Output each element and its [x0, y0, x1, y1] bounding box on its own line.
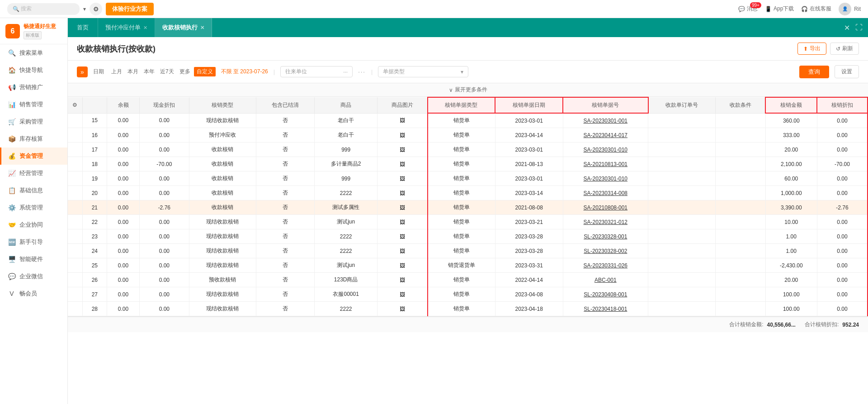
- th-writeoff-amount: 核销金额: [765, 97, 817, 113]
- tab-home[interactable]: 首页: [68, 18, 98, 37]
- custom-btn[interactable]: 自定义: [194, 67, 216, 76]
- refresh-button[interactable]: ↺ 刷新: [830, 43, 859, 55]
- table-cell[interactable]: SA-20210813-001: [563, 157, 648, 171]
- sidebar-item-basic[interactable]: 📋 基础信息: [0, 182, 67, 199]
- tab-collection[interactable]: 收款核销执行 ✕: [155, 18, 212, 37]
- table-cell: [648, 200, 716, 215]
- table-cell[interactable]: SL-20230418-001: [563, 302, 648, 316]
- tab-close-window-btn[interactable]: ✕: [842, 22, 852, 34]
- table-cell: 19: [82, 171, 107, 186]
- search-bar[interactable]: 🔍 搜索: [7, 3, 80, 15]
- date-label: 日期: [93, 68, 104, 76]
- table-cell: 100.00: [765, 302, 817, 316]
- gear-icon[interactable]: ⚙: [90, 3, 102, 15]
- table-cell: 0.00: [817, 287, 868, 302]
- tab-prepay-close[interactable]: ✕: [143, 25, 147, 31]
- app-download-btn[interactable]: 📱 App下载: [765, 5, 794, 13]
- dropdown-arrow[interactable]: ▾: [83, 6, 86, 12]
- table-cell: 20.00: [765, 273, 817, 287]
- top-bar: 🔍 搜索 ▾ ⚙ 体验行业方案 💬 消息 99+ 📱 App下载 🎧 在线客服 …: [0, 0, 868, 18]
- sidebar-item-purchase[interactable]: 🛒 采购管理: [0, 113, 67, 130]
- sidebar-item-sales[interactable]: 📊 销售管理: [0, 96, 67, 113]
- sidebar-item-inventory[interactable]: 📦 库存核算: [0, 130, 67, 147]
- table-cell[interactable]: SA-20230314-008: [563, 186, 648, 200]
- more-btn[interactable]: 更多: [178, 67, 192, 76]
- sidebar-item-quick-nav[interactable]: 🏠 快捷导航: [0, 62, 67, 79]
- last7days-btn[interactable]: 近7天: [158, 67, 176, 76]
- table-cell[interactable]: SA-20230414-017: [563, 128, 648, 143]
- table-cell: 销货单: [428, 273, 495, 287]
- sidebar-item-finance[interactable]: 💰 资金管理: [0, 147, 67, 165]
- table-cell: 0.00: [139, 215, 189, 229]
- settings-button[interactable]: 设置: [835, 65, 859, 78]
- table-cell: [648, 273, 716, 287]
- sidebar-label-quick-nav: 快捷导航: [19, 66, 43, 74]
- date-range-display: 不限 至 2023-07-26: [221, 68, 268, 76]
- sidebar-item-enterprise[interactable]: 🤝 企业协同: [0, 216, 67, 233]
- footer-amount-value: 40,556,66...: [767, 322, 796, 328]
- th-settings[interactable]: ⚙: [68, 97, 82, 113]
- table-cell[interactable]: SA-20230301-010: [563, 171, 648, 186]
- sidebar-item-wechat[interactable]: 💬 企业微信: [0, 268, 67, 285]
- table-cell[interactable]: SL-20230408-001: [563, 287, 648, 302]
- table-cell: 否: [256, 258, 314, 273]
- table-cell: -2.76: [817, 200, 868, 215]
- table-cell: 0.00: [107, 258, 140, 273]
- table-cell[interactable]: SL-20230328-002: [563, 244, 648, 258]
- filter-expand-button[interactable]: »: [77, 67, 88, 77]
- th-writeoff-bill-no: 核销单据号: [563, 97, 648, 113]
- table-cell: 2,100.00: [765, 157, 817, 171]
- th-receipt-order-no: 收款单订单号: [648, 97, 716, 113]
- footer-total-amount: 合计核销金额: 40,556,66...: [729, 321, 796, 328]
- table-cell: 🖼: [377, 186, 428, 200]
- sidebar-item-system[interactable]: ⚙️ 系统管理: [0, 199, 67, 216]
- trial-button[interactable]: 体验行业方案: [106, 3, 154, 15]
- table-cell[interactable]: SA-20230321-012: [563, 215, 648, 229]
- table-cell[interactable]: SA-20230301-010: [563, 143, 648, 157]
- sidebar-item-guide[interactable]: 🆕 新手引导: [0, 233, 67, 251]
- sidebar-item-search-menu[interactable]: 🔍 搜索菜单: [0, 44, 67, 62]
- operations-icon: 📈: [8, 170, 16, 177]
- expand-more-button[interactable]: ∨ 展开更多条件: [449, 86, 487, 94]
- sidebar-item-vip[interactable]: V 畅会员: [0, 285, 67, 302]
- table-cell[interactable]: ABC-001: [563, 273, 648, 287]
- sidebar-label-system: 系统管理: [19, 204, 43, 212]
- table-container[interactable]: ⚙ 余额 现金折扣 核销类型 包含已结清 商品 商品图片 核销单据类型 核销单据…: [68, 97, 868, 404]
- table-cell: 2023-03-31: [495, 258, 563, 273]
- tab-prepay[interactable]: 预付冲应付单 ✕: [98, 18, 155, 37]
- table-cell: [68, 244, 82, 258]
- table-cell: 否: [256, 287, 314, 302]
- counterpart-label: 往来单位: [285, 68, 307, 76]
- tab-collection-close[interactable]: ✕: [200, 25, 204, 31]
- receipt-type-field[interactable]: 单据类型 ▾: [378, 66, 468, 77]
- sidebar-item-operations[interactable]: 📈 经营管理: [0, 165, 67, 182]
- export-button[interactable]: ⬆ 导出: [797, 43, 826, 55]
- this-year-btn[interactable]: 本年: [142, 67, 156, 76]
- this-month-btn[interactable]: 本月: [126, 67, 140, 76]
- th-writeoff-discount: 核销折扣: [817, 97, 868, 113]
- online-service-btn[interactable]: 🎧 在线客服: [801, 5, 831, 13]
- table-cell[interactable]: SA-20230331-026: [563, 258, 648, 273]
- table-cell: 0.00: [817, 244, 868, 258]
- table-cell[interactable]: SL-20230328-001: [563, 229, 648, 244]
- table-cell[interactable]: SA-20230301-001: [563, 113, 648, 128]
- sidebar-item-hardware[interactable]: 🖥️ 智能硬件: [0, 251, 67, 268]
- guide-icon: 🆕: [8, 238, 16, 246]
- sidebar-item-marketing[interactable]: 📢 营销推广: [0, 79, 67, 96]
- last-month-btn[interactable]: 上月: [109, 67, 124, 76]
- tab-maximize-btn[interactable]: ⛶: [854, 22, 864, 33]
- message-btn[interactable]: 💬 消息 99+: [738, 5, 758, 13]
- table-cell: [648, 157, 716, 171]
- table-cell: -2.76: [139, 200, 189, 215]
- query-button[interactable]: 查询: [799, 66, 829, 78]
- tab-actions: ✕ ⛶: [842, 22, 868, 34]
- top-bar-left: 🔍 搜索 ▾ ⚙ 体验行业方案: [7, 3, 734, 15]
- sidebar-label-finance: 资金管理: [19, 152, 43, 160]
- table-cell: 10.00: [765, 215, 817, 229]
- table-cell[interactable]: SA-20210808-001: [563, 200, 648, 215]
- table-cell: 0.00: [107, 186, 140, 200]
- home-icon: 🏠: [8, 67, 16, 74]
- table-cell: 否: [256, 171, 314, 186]
- table-cell: 333.00: [765, 128, 817, 143]
- counterpart-field[interactable]: 往来单位 ···: [280, 66, 353, 77]
